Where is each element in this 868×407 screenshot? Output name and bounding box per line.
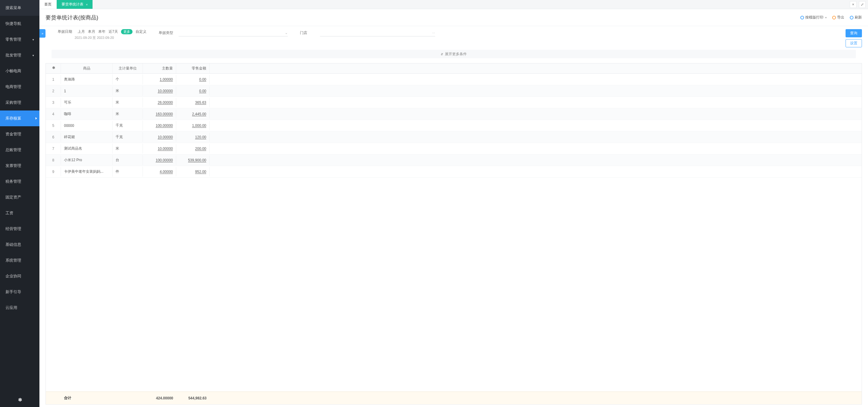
qty-link[interactable]: 1.00000 (160, 78, 173, 82)
cell-unit: 台 (113, 155, 143, 165)
sidebar-item-9[interactable]: 总账管理 (0, 142, 39, 158)
chevron-down-icon: ▾ (32, 38, 34, 41)
table-row[interactable]: 7测试商品名米10.00000200.00 (46, 143, 862, 154)
quick-more-badge[interactable]: 更多 (121, 29, 132, 34)
sidebar-item-label: 快捷导航 (5, 21, 21, 26)
cell-idx: 8 (46, 156, 61, 165)
amount-link[interactable]: 539,900.00 (188, 158, 206, 163)
qty-link[interactable]: 4.00000 (160, 170, 173, 174)
amount-link[interactable]: 952.00 (195, 170, 206, 174)
th-gear[interactable] (46, 63, 61, 74)
amount-link[interactable]: 2,445.00 (192, 112, 206, 116)
sidebar-item-13[interactable]: 工资 (0, 205, 39, 221)
table-row[interactable]: 21米10.000000.00 (46, 85, 862, 97)
table-row[interactable]: 1奥迪路个1.000000.00 (46, 74, 862, 85)
amount-link[interactable]: 120.00 (195, 135, 206, 139)
table-row[interactable]: 4咖啡米163.000002,445.00 (46, 108, 862, 120)
sidebar-item-18[interactable]: 新手引导 (0, 284, 39, 300)
query-button[interactable]: 查询 (845, 29, 862, 37)
sidebar-item-14[interactable]: 经营管理 (0, 221, 39, 237)
sidebar-item-19[interactable]: 云应用 (0, 300, 39, 316)
quick-custom[interactable]: 自定义 (135, 29, 147, 34)
sidebar-item-12[interactable]: 固定资产 (0, 190, 39, 205)
sidebar-item-1[interactable]: 快捷导航 (0, 16, 39, 32)
table-row[interactable]: 8小米12 Pro台100.00000539,900.00 (46, 154, 862, 166)
expand-icon[interactable]: ⤢ (859, 1, 866, 8)
sidebar-item-label: 新手引导 (5, 289, 21, 295)
cell-amount: 2,445.00 (176, 110, 210, 119)
refresh-button[interactable]: 刷新 (850, 15, 862, 20)
close-all-icon[interactable]: × (850, 1, 857, 8)
qty-link[interactable]: 10.00000 (158, 147, 173, 151)
qty-link[interactable]: 10.00000 (158, 89, 173, 93)
expand-filters-button[interactable]: ⇵ 展开更多条件 (52, 50, 856, 58)
sidebar-item-4[interactable]: 小畅电商 (0, 63, 39, 79)
th-qty[interactable]: 主数量 (143, 63, 176, 74)
tab-active[interactable]: 要货单统计表 × (57, 0, 93, 9)
qty-link[interactable]: 100.00000 (156, 158, 173, 163)
amount-link[interactable]: 1,000.00 (192, 123, 206, 128)
date-range: 2021-09-20 至 2022-09-20 (74, 35, 147, 40)
qty-link[interactable]: 163.00000 (156, 112, 173, 116)
filter-actions: 查询 设置 (845, 29, 862, 47)
amount-link[interactable]: 0.00 (199, 89, 206, 93)
sidebar-item-5[interactable]: 电商管理 (0, 79, 39, 95)
amount-link[interactable]: 0.00 (199, 78, 206, 82)
sidebar-item-6[interactable]: 采购管理 (0, 95, 39, 111)
quick-this-year[interactable]: 本年 (98, 29, 105, 34)
table-row[interactable]: 3可乐米26.00000365.63 (46, 97, 862, 108)
sidebar-item-17[interactable]: 企业协同 (0, 268, 39, 284)
sidebar-item-2[interactable]: 零售管理▾ (0, 32, 39, 47)
settings-button[interactable]: 设置 (845, 39, 862, 47)
expand-down-icon: ⇵ (441, 53, 443, 56)
th-product[interactable]: 商品 (61, 63, 113, 74)
print-label: 按模版打印 (805, 15, 824, 20)
doc-type-select[interactable]: ⌄ (179, 29, 288, 36)
page-head: 要货单统计表(按商品) 按模版打印 ▾ 导出 刷新 (39, 9, 868, 26)
print-button[interactable]: 按模版打印 ▾ (800, 15, 827, 20)
sidebar-item-label: 库存核算 (5, 116, 21, 121)
close-icon[interactable]: × (86, 3, 88, 6)
sidebar-item-16[interactable]: 系统管理 (0, 253, 39, 268)
qty-link[interactable]: 10.00000 (158, 135, 173, 139)
th-unit[interactable]: 主计量单位 (113, 63, 143, 74)
cell-unit: 米 (113, 97, 143, 108)
sidebar-item-label: 企业协同 (5, 273, 21, 279)
cell-idx: 4 (46, 110, 61, 119)
sidebar-item-3[interactable]: 批发管理▾ (0, 47, 39, 63)
chevron-down-icon: ▾ (32, 54, 34, 57)
sidebar-item-8[interactable]: 资金管理 (0, 126, 39, 142)
sidebar-item-label: 电商管理 (5, 84, 21, 90)
sidebar-item-label: 小畅电商 (5, 68, 21, 74)
qty-link[interactable]: 26.00000 (158, 100, 173, 105)
amount-link[interactable]: 365.63 (195, 100, 206, 105)
data-table: 商品 主计量单位 主数量 零售金额 1奥迪路个1.000000.0021米10.… (45, 63, 862, 405)
sidebar-item-7[interactable]: 库存核算 (0, 111, 39, 126)
sidebar-item-label: 资金管理 (5, 132, 21, 137)
store-select[interactable]: ··· (320, 29, 435, 36)
sidebar-item-15[interactable]: 基础信息 (0, 237, 39, 253)
doc-type-label: 单据类型 (159, 30, 176, 35)
th-amount[interactable]: 零售金额 (176, 63, 210, 74)
cell-idx: 2 (46, 87, 61, 96)
filter-collapse-toggle[interactable]: » (39, 29, 45, 38)
table-row[interactable]: 9卡伊美中老年女装妈妈...件4.00000952.00 (46, 166, 862, 178)
footer-qty: 424.00000 (143, 394, 176, 403)
export-button[interactable]: 导出 (832, 15, 844, 20)
quick-last7[interactable]: 近7天 (108, 29, 118, 34)
tab-active-label: 要货单统计表 (62, 2, 84, 7)
tab-home[interactable]: 首页 (39, 0, 57, 9)
table-row[interactable]: 500000千克100.000001,000.00 (46, 120, 862, 132)
table-row[interactable]: 6碎花裙千克10.00000120.00 (46, 132, 862, 143)
sidebar-item-label: 工资 (5, 210, 13, 216)
gear-icon[interactable] (17, 397, 22, 402)
sidebar-item-10[interactable]: 发票管理 (0, 158, 39, 174)
sidebar-item-label: 批发管理 (5, 53, 21, 58)
cell-idx: 7 (46, 144, 61, 153)
sidebar-item-11[interactable]: 税务管理 (0, 174, 39, 190)
sidebar-item-0[interactable]: 搜索菜单 (0, 0, 39, 16)
amount-link[interactable]: 200.00 (195, 147, 206, 151)
qty-link[interactable]: 100.00000 (156, 123, 173, 128)
quick-this-month[interactable]: 本月 (88, 29, 95, 34)
quick-last-month[interactable]: 上月 (78, 29, 85, 34)
